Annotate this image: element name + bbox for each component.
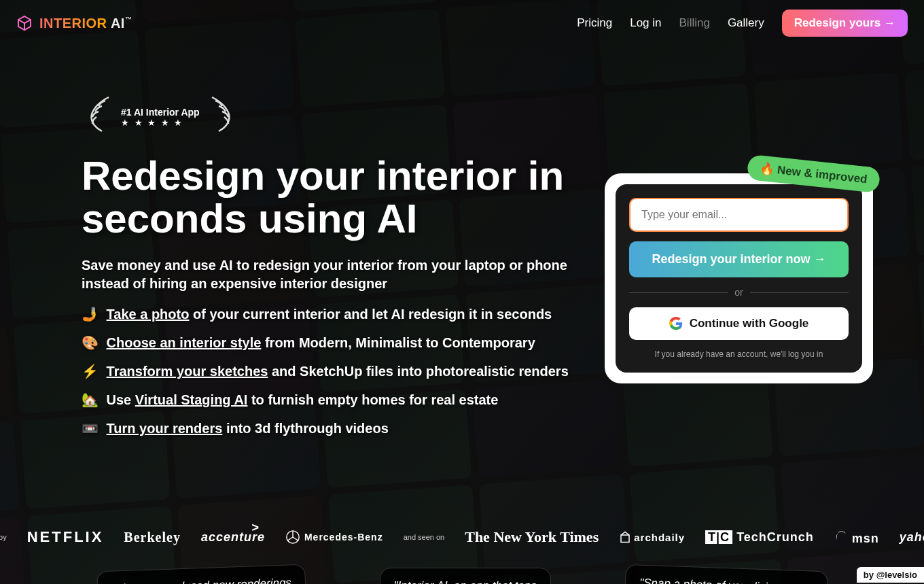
header: INTERIOR AI™ Pricing Log in Billing Gall… bbox=[0, 0, 924, 46]
take-photo-link[interactable]: Take a photo bbox=[107, 307, 190, 322]
brand-berkeley: Berkeley bbox=[124, 530, 181, 545]
nav-billing[interactable]: Billing bbox=[679, 16, 710, 30]
feature-video: 📼 Turn your renders into 3d flythrough v… bbox=[82, 419, 584, 437]
palette-emoji-icon: 🎨 bbox=[82, 335, 99, 350]
choose-style-link[interactable]: Choose an interior style bbox=[107, 335, 262, 350]
signup-card: 🔥 New & improved Redesign your interior … bbox=[605, 173, 873, 383]
hero-headline: Redesign your interior in seconds using … bbox=[82, 154, 584, 240]
virtual-staging-link[interactable]: Virtual Staging AI bbox=[135, 392, 248, 407]
quote-1: "The app produced new renderings bbox=[96, 564, 306, 584]
logo-text-ai: AI bbox=[111, 16, 125, 31]
feature-style-rest: from Modern, Minimalist to Contemporary bbox=[261, 335, 535, 350]
badge-title: #1 AI Interior App bbox=[121, 107, 200, 118]
google-icon bbox=[669, 317, 683, 330]
brand-yahoo: yahoo! bbox=[900, 530, 924, 545]
svg-rect-1 bbox=[621, 535, 629, 543]
used-by-label: used by bbox=[0, 533, 7, 541]
feature-style: 🎨 Choose an interior style from Modern, … bbox=[82, 334, 584, 351]
logo-text-interior: INTERIOR bbox=[39, 16, 107, 31]
selfie-emoji-icon: 🤳 bbox=[82, 307, 99, 322]
feature-photo: 🤳 Take a photo of your current interior … bbox=[82, 305, 584, 323]
laurel-right-icon bbox=[205, 94, 239, 141]
feature-sketches: ⚡ Transform your sketches and SketchUp f… bbox=[82, 362, 584, 380]
quote-3: "Snap a photo of your living room, bbox=[624, 564, 828, 584]
feature-video-rest: into 3d flythrough videos bbox=[222, 421, 388, 436]
feature-staging-rest: to furnish empty homes for real estate bbox=[247, 392, 498, 407]
email-input[interactable] bbox=[629, 198, 849, 232]
feature-sketches-rest: and SketchUp files into photorealistic r… bbox=[268, 364, 568, 379]
or-separator: or bbox=[629, 287, 849, 298]
brand-mercedes-label: Mercedes-Benz bbox=[304, 532, 383, 543]
brand-netflix: NETFLIX bbox=[27, 528, 104, 546]
logo[interactable]: INTERIOR AI™ bbox=[16, 15, 132, 31]
nav-login[interactable]: Log in bbox=[630, 16, 661, 30]
logo-tm: ™ bbox=[125, 16, 132, 23]
turn-renders-link[interactable]: Turn your renders bbox=[107, 421, 223, 436]
redesign-now-button[interactable]: Redesign your interior now → bbox=[629, 241, 849, 277]
transform-sketches-link[interactable]: Transform your sketches bbox=[107, 364, 268, 379]
msn-icon bbox=[834, 529, 848, 543]
mercedes-icon bbox=[285, 530, 300, 545]
quotes-row: "The app produced new renderings "Interi… bbox=[0, 568, 924, 584]
seen-on-label: and seen on bbox=[404, 533, 445, 541]
hero-left: #1 AI Interior App ★ ★ ★ ★ ★ Redesign yo… bbox=[82, 94, 584, 448]
brand-mercedes: Mercedes-Benz bbox=[285, 530, 383, 545]
hero-subline: Save money and use AI to redesign your i… bbox=[82, 256, 584, 293]
or-label: or bbox=[734, 287, 743, 298]
feature-staging-pre: Use bbox=[103, 392, 135, 407]
brand-techcrunch: T|C TechCrunch bbox=[705, 530, 814, 545]
nav-gallery[interactable]: Gallery bbox=[728, 16, 764, 30]
redesign-yours-button[interactable]: Redesign yours → bbox=[782, 10, 908, 37]
tc-icon: T|C bbox=[705, 530, 732, 544]
feature-staging: 🏡 Use Virtual Staging AI to furnish empt… bbox=[82, 391, 584, 409]
feature-photo-rest: of your current interior and let AI rede… bbox=[189, 307, 552, 322]
nav: Pricing Log in Billing Gallery Redesign … bbox=[577, 10, 908, 37]
brand-archdaily: archdaily bbox=[619, 531, 685, 543]
continue-with-google-button[interactable]: Continue with Google bbox=[629, 307, 849, 340]
laurel-badge: #1 AI Interior App ★ ★ ★ ★ ★ bbox=[82, 94, 584, 141]
laurel-left-icon bbox=[82, 94, 116, 141]
cube-icon bbox=[16, 15, 33, 31]
vhs-emoji-icon: 📼 bbox=[82, 421, 99, 436]
login-hint: If you already have an account, we'll lo… bbox=[629, 349, 849, 359]
house-emoji-icon: 🏡 bbox=[82, 392, 99, 407]
quote-2: "Interior AI, an app that taps bbox=[380, 568, 551, 584]
brand-accenture: accenture bbox=[201, 530, 265, 545]
archdaily-icon bbox=[619, 531, 631, 543]
brand-archdaily-label: archdaily bbox=[634, 532, 685, 543]
brands-row: used by NETFLIX Berkeley accenture Merce… bbox=[0, 528, 924, 546]
brand-techcrunch-label: TechCrunch bbox=[736, 530, 814, 544]
brand-nyt: The New York Times bbox=[465, 528, 599, 546]
zap-emoji-icon: ⚡ bbox=[82, 364, 99, 379]
brand-msn-label: msn bbox=[852, 532, 879, 545]
badge-stars: ★ ★ ★ ★ ★ bbox=[121, 118, 200, 128]
google-btn-label: Continue with Google bbox=[690, 317, 809, 330]
brand-msn: msn bbox=[834, 529, 879, 546]
nav-pricing[interactable]: Pricing bbox=[577, 16, 612, 30]
byline-link[interactable]: by @levelsio bbox=[857, 567, 924, 583]
